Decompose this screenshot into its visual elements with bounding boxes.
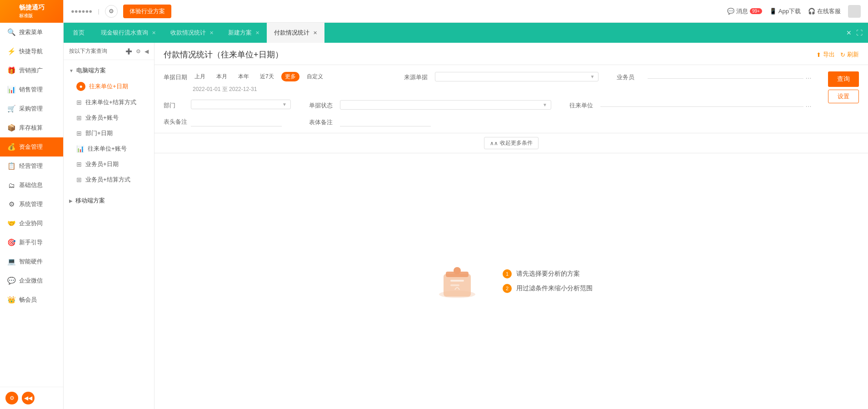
sidebar-item-hardware[interactable]: 💻 智能硬件 — [0, 252, 63, 271]
gear-icon: ⚙ — [7, 200, 15, 208]
export-btn[interactable]: ⬆ 导出 — [816, 50, 835, 59]
gift-icon: 🎁 — [7, 66, 15, 75]
partner-input[interactable] — [600, 103, 803, 107]
logo-name: 畅捷通巧 — [19, 4, 45, 12]
left-panel-header: 按以下方案查询 ➕ ⚙ ◀ — [64, 43, 154, 60]
tab-receipts[interactable]: 收款情况统计 ✕ — [163, 23, 221, 43]
tab-home[interactable]: 首页 — [64, 23, 94, 43]
tab-close-payment-stats[interactable]: ✕ — [313, 30, 317, 36]
sidebar-item-member[interactable]: 👑 畅会员 — [0, 290, 63, 309]
doc-status-label: 单据状态 — [309, 100, 336, 110]
tab-bank-flow[interactable]: 现金银行流水查询 ✕ — [94, 23, 163, 43]
scheme-item-partner-settle[interactable]: ⊞ 往来单位+结算方式 — [64, 95, 154, 110]
doc-status-arrow-icon: ▼ — [543, 102, 547, 107]
refresh-btn[interactable]: ↻ 刷新 — [840, 50, 859, 59]
body-note-label: 表体备注 — [309, 116, 336, 126]
tab-payment-stats[interactable]: 付款情况统计 ✕ — [267, 23, 324, 43]
tab-close-new-scheme[interactable]: ✕ — [255, 30, 259, 36]
target-icon: 🎯 — [7, 238, 15, 247]
add-scheme-icon[interactable]: ➕ — [125, 48, 132, 55]
cart-icon: 🛒 — [7, 105, 15, 113]
tip-num-1: 1 — [503, 269, 512, 278]
partner-dots-icon[interactable]: … — [805, 101, 812, 108]
this-month-option[interactable]: 本月 — [213, 71, 231, 82]
sidebar-item-collab[interactable]: 🤝 企业协同 — [0, 214, 63, 233]
online-service-btn[interactable]: 🎧 在线客服 — [808, 7, 841, 15]
sidebar-item-wechat[interactable]: 💬 企业微信 — [0, 271, 63, 290]
salesman-label: 业务员 — [617, 71, 644, 81]
header-note-label: 表头备注 — [164, 116, 191, 126]
chart-icon: 📊 — [7, 86, 15, 94]
filter-settings-btn[interactable]: 设置 — [828, 90, 859, 103]
more-option[interactable]: 更多 — [281, 72, 299, 81]
scheme-item-partner-acct[interactable]: 📊 往来单位+账号 — [64, 141, 154, 157]
date-filter-content: 上月 本月 本年 近7天 更多 自定义 2022-01-01 至 2022-12… — [191, 71, 386, 93]
source-arrow-icon: ▼ — [590, 74, 594, 79]
trial-industry-btn[interactable]: 体验行业方案 — [123, 5, 171, 18]
sidebar-menu: 🔍 搜索菜单 ⚡ 快捷导航 🎁 营销推广 📊 销售管理 🛒 采购管理 📦 库存核… — [0, 23, 63, 387]
settings-bottom-icon[interactable]: ⚙ — [5, 392, 18, 404]
source-select[interactable]: ▼ — [435, 72, 599, 81]
tab-new-scheme[interactable]: 新建方案 ✕ — [221, 23, 267, 43]
money-icon: 💰 — [7, 143, 15, 151]
last-month-option[interactable]: 上月 — [191, 71, 209, 82]
dept-select[interactable]: ▼ — [191, 100, 291, 109]
collapse-panel-icon[interactable]: ◀ — [145, 48, 149, 55]
app-download-btn[interactable]: 📱 App下载 — [769, 7, 801, 15]
sidebar-item-system[interactable]: ⚙ 系统管理 — [0, 195, 63, 214]
pc-scheme-title[interactable]: ▼ 电脑端方案 — [64, 63, 154, 78]
left-panel: 按以下方案查询 ➕ ⚙ ◀ ▼ 电脑端方案 ● 往来单位+日期 ⊞ — [64, 43, 155, 409]
content-area: 按以下方案查询 ➕ ⚙ ◀ ▼ 电脑端方案 ● 往来单位+日期 ⊞ — [64, 43, 868, 409]
sidebar-item-operations[interactable]: 📋 经营管理 — [0, 157, 63, 176]
sidebar-item-sales[interactable]: 📊 销售管理 — [0, 80, 63, 99]
message-btn[interactable]: 💬 消息 99+ — [727, 7, 762, 15]
query-btn[interactable]: 查询 — [828, 71, 859, 87]
page-title: 付款情况统计（往来单位+日期） — [164, 49, 283, 60]
empty-illustration — [430, 253, 484, 309]
collapse-conditions-btn[interactable]: ∧∧ 收起更多条件 — [484, 137, 539, 149]
scheme-settings-icon[interactable]: ⚙ — [136, 48, 141, 55]
scheme-item-salesman-acct[interactable]: ⊞ 业务员+账号 — [64, 110, 154, 126]
export-icon: ⬆ — [816, 51, 821, 58]
sidebar-item-guide[interactable]: 🎯 新手引导 — [0, 233, 63, 252]
tab-expand-icon[interactable]: ⛶ — [856, 29, 863, 36]
body-note-input[interactable] — [340, 116, 431, 126]
date-label: 单据日期 — [164, 71, 191, 81]
header-note-input[interactable] — [191, 116, 282, 126]
sidebar-item-search[interactable]: 🔍 搜索菜单 — [0, 23, 63, 42]
tab-close-receipts[interactable]: ✕ — [210, 30, 214, 36]
collapse-sidebar-icon[interactable]: ◀◀ — [22, 392, 35, 404]
empty-tip-1: 1 请先选择要分析的方案 — [503, 269, 593, 278]
salesman-dots-icon[interactable]: … — [805, 73, 812, 80]
topbar-settings-btn[interactable]: ⚙ — [105, 5, 118, 18]
tab-close-bank-flow[interactable]: ✕ — [152, 30, 156, 36]
sidebar-item-quicknav[interactable]: ⚡ 快捷导航 — [0, 42, 63, 61]
sidebar-item-inventory[interactable]: 📦 库存核算 — [0, 118, 63, 137]
right-panel: 付款情况统计（往来单位+日期） ⬆ 导出 ↻ 刷新 — [155, 43, 868, 409]
sidebar-item-marketing[interactable]: 🎁 营销推广 — [0, 61, 63, 80]
scheme-item-partner-date[interactable]: ● 往来单位+日期 — [64, 78, 154, 95]
page-header: 付款情况统计（往来单位+日期） ⬆ 导出 ↻ 刷新 — [155, 43, 868, 65]
date-range-text: 2022-01-01 至 2022-12-31 — [193, 86, 257, 93]
sidebar-logo: 畅捷通巧 标准版 — [0, 0, 63, 23]
tip-num-2: 2 — [503, 284, 512, 293]
empty-state: 1 请先选择要分析的方案 2 用过滤条件来缩小分析范围 — [155, 153, 868, 409]
scheme-item-salesman-settle[interactable]: ⊞ 业务员+结算方式 — [64, 172, 154, 187]
sidebar-item-finance[interactable]: 💰 资金管理 — [0, 137, 63, 157]
sidebar-item-basic-info[interactable]: 🗂 基础信息 — [0, 176, 63, 195]
scheme-item-salesman-date[interactable]: ⊞ 业务员+日期 — [64, 157, 154, 172]
table-icon-3: ⊞ — [76, 130, 82, 137]
custom-option[interactable]: 自定义 — [303, 71, 327, 82]
salesman-input[interactable] — [648, 75, 803, 79]
user-avatar[interactable] — [848, 5, 861, 18]
mobile-scheme-title[interactable]: ▶ 移动端方案 — [64, 193, 154, 208]
svg-rect-5 — [450, 284, 459, 286]
doc-status-select[interactable]: ▼ — [340, 100, 551, 110]
last-7days-option[interactable]: 近7天 — [256, 71, 278, 82]
this-year-option[interactable]: 本年 — [234, 71, 253, 82]
scheme-item-dept-date[interactable]: ⊞ 部门+日期 — [64, 126, 154, 141]
tab-close-all-icon[interactable]: ✕ — [846, 29, 852, 36]
filter-row-2: 部门 ▼ 单据状态 ▼ — [164, 100, 812, 110]
clipboard-icon: 📋 — [7, 162, 15, 170]
sidebar-item-purchase[interactable]: 🛒 采购管理 — [0, 99, 63, 118]
